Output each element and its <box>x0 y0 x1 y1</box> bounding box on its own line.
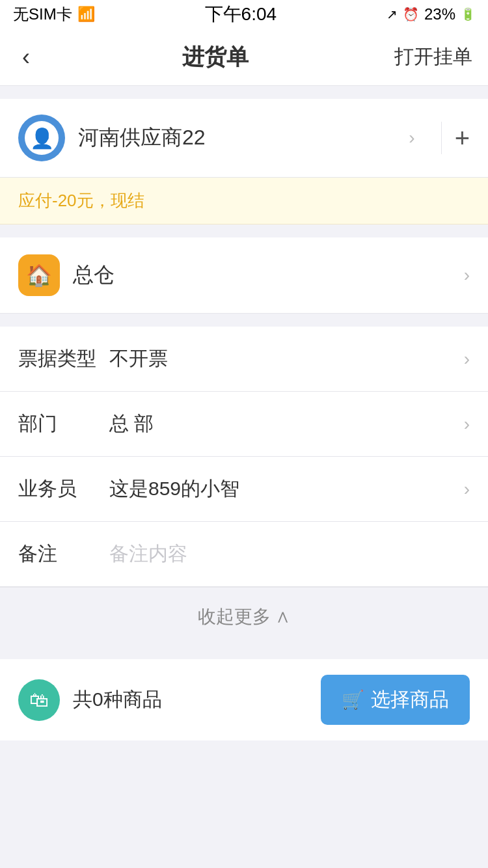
supplier-section: 👤 河南供应商22 › + 应付-20元，现结 <box>0 99 488 224</box>
department-value: 总 部 <box>109 411 464 437</box>
status-bar: 无SIM卡 📶 下午6:04 ↗ ⏰ 23% 🔋 <box>0 0 488 29</box>
salesperson-chevron-icon: › <box>464 479 470 500</box>
select-product-button[interactable]: 🛒 选择商品 <box>321 675 470 725</box>
invoice-type-label: 票据类型 <box>18 346 109 372</box>
remark-row[interactable]: 备注 备注内容 <box>0 522 488 587</box>
carrier-label: 无SIM卡 <box>13 4 72 25</box>
salesperson-value: 这是859的小智 <box>109 476 464 502</box>
product-count: 共0种商品 <box>73 686 321 713</box>
form-section: 票据类型 不开票 › 部门 总 部 › 业务员 这是859的小智 › 备注 备注… <box>0 327 488 646</box>
bottom-area <box>0 740 488 868</box>
salesperson-row[interactable]: 业务员 这是859的小智 › <box>0 457 488 522</box>
warehouse-chevron-icon: › <box>464 265 470 286</box>
status-right: ↗ ⏰ 23% 🔋 <box>386 5 475 23</box>
remark-label: 备注 <box>18 541 109 567</box>
select-product-label: 选择商品 <box>371 686 449 713</box>
wifi-icon: 📶 <box>77 6 95 23</box>
department-row[interactable]: 部门 总 部 › <box>0 392 488 457</box>
invoice-type-chevron-icon: › <box>464 349 470 370</box>
supplier-row[interactable]: 👤 河南供应商22 › + <box>0 99 488 178</box>
battery-icon: 🔋 <box>461 7 475 21</box>
supplier-add-button[interactable]: + <box>455 124 470 153</box>
product-bar: 🛍 共0种商品 🛒 选择商品 <box>0 659 488 740</box>
warehouse-section: 🏠 总仓 › <box>0 237 488 314</box>
invoice-type-value: 不开票 <box>109 346 464 372</box>
notice-bar: 应付-20元，现结 <box>0 178 488 224</box>
supplier-vertical-divider <box>441 122 442 154</box>
warehouse-name: 总仓 <box>73 261 464 290</box>
alarm-icon: ⏰ <box>403 7 419 22</box>
avatar-person-icon: 👤 <box>30 127 54 150</box>
collapse-button[interactable]: 收起更多 ∧ <box>0 587 488 646</box>
remark-input[interactable]: 备注内容 <box>109 541 470 567</box>
department-label: 部门 <box>18 411 109 437</box>
back-button[interactable]: ‹ <box>16 37 36 77</box>
department-chevron-icon: › <box>464 414 470 435</box>
invoice-type-row[interactable]: 票据类型 不开票 › <box>0 327 488 392</box>
supplier-name: 河南供应商22 <box>78 124 409 152</box>
select-product-icon: 🛒 <box>342 689 364 711</box>
divider-2 <box>0 224 488 237</box>
product-icon: 🛍 <box>29 689 49 711</box>
warehouse-row[interactable]: 🏠 总仓 › <box>0 237 488 314</box>
supplier-avatar: 👤 <box>18 115 65 161</box>
status-time: 下午6:04 <box>205 2 277 27</box>
top-divider <box>0 86 488 99</box>
page-title: 进货单 <box>182 42 249 72</box>
status-left: 无SIM卡 📶 <box>13 4 95 25</box>
notice-text: 应付-20元，现结 <box>18 191 144 210</box>
open-pending-button[interactable]: 打开挂单 <box>394 44 472 70</box>
nav-bar: ‹ 进货单 打开挂单 <box>0 29 488 86</box>
product-icon-wrap: 🛍 <box>18 679 60 721</box>
warehouse-icon: 🏠 <box>26 263 52 288</box>
location-icon: ↗ <box>386 7 398 22</box>
warehouse-icon-wrap: 🏠 <box>18 254 60 296</box>
battery-label: 23% <box>424 5 455 23</box>
salesperson-label: 业务员 <box>18 476 109 502</box>
supplier-chevron-icon: › <box>409 128 414 148</box>
